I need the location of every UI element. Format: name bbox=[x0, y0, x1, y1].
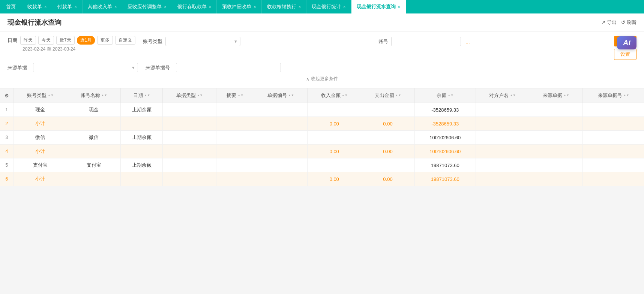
table-cell bbox=[67, 145, 121, 158]
table-row[interactable]: 6小计0.000.0019871073.60 bbox=[0, 172, 644, 186]
sort-icon[interactable]: ▲▼ bbox=[510, 94, 516, 97]
ai-badge[interactable]: Ai bbox=[617, 36, 636, 49]
table-cell bbox=[254, 117, 308, 131]
nav-item-label: 其他收入单 bbox=[88, 3, 112, 10]
th-balance: 余额 ▲▼ bbox=[414, 88, 476, 103]
sort-icon[interactable]: ▲▼ bbox=[447, 94, 453, 97]
table-row[interactable]: 3微信微信上期余额100102606.60 bbox=[0, 131, 644, 145]
nav-item-adjust[interactable]: 应收应付调整单 × bbox=[122, 0, 172, 13]
table-cell bbox=[308, 131, 361, 145]
table-cell: 0.00 bbox=[308, 145, 361, 158]
table-cell bbox=[216, 158, 254, 172]
table-header-row: ⚙ 账号类型 ▲▼ 账号名称 ▲▼ 日期 bbox=[0, 88, 644, 103]
table-cell bbox=[476, 117, 529, 131]
collapse-bar[interactable]: ∧ 收起更多条件 bbox=[8, 74, 636, 84]
dots-button[interactable]: ... bbox=[464, 39, 471, 45]
sort-icon[interactable]: ▲▼ bbox=[101, 94, 107, 97]
close-icon[interactable]: × bbox=[299, 4, 301, 9]
close-icon[interactable]: × bbox=[114, 4, 117, 9]
close-icon[interactable]: × bbox=[209, 4, 211, 9]
table-cell bbox=[254, 103, 308, 117]
nav-item-label: 预收冲应收单 bbox=[222, 3, 251, 10]
refresh-icon: ↺ bbox=[621, 19, 625, 25]
table-cell bbox=[583, 145, 644, 158]
account-input[interactable] bbox=[391, 37, 461, 46]
table-cell bbox=[121, 117, 163, 131]
table-cell bbox=[216, 103, 254, 117]
close-icon[interactable]: × bbox=[44, 4, 47, 9]
sort-icon[interactable]: ▲▼ bbox=[395, 94, 401, 97]
table-cell bbox=[254, 172, 308, 186]
nav-item-bank[interactable]: 银行存取款单 × bbox=[172, 0, 217, 13]
nav-item-label: 收款核销执行 bbox=[267, 3, 296, 10]
close-icon[interactable]: × bbox=[164, 4, 166, 9]
th-expense: 支出金额 ▲▼ bbox=[361, 88, 415, 103]
table-cell: 1 bbox=[0, 103, 14, 117]
nav-item-shoukuan[interactable]: 收款单 × bbox=[22, 0, 52, 13]
table-cell bbox=[67, 117, 121, 131]
table-cell bbox=[308, 158, 361, 172]
table-row[interactable]: 5支付宝支付宝上期余额19871073.60 bbox=[0, 158, 644, 172]
source-doc-select[interactable]: ▾ bbox=[33, 63, 138, 72]
th-counterpart: 对方户名 ▲▼ bbox=[476, 88, 529, 103]
table-cell bbox=[216, 145, 254, 158]
close-icon[interactable]: × bbox=[254, 4, 256, 9]
table-cell: 5 bbox=[0, 158, 14, 172]
table-cell bbox=[529, 117, 583, 131]
nav-item-other-income[interactable]: 其他收入单 × bbox=[83, 0, 122, 13]
date-btn-custom[interactable]: 自定义 bbox=[115, 36, 135, 45]
date-btn-7days[interactable]: 近7天 bbox=[56, 36, 75, 45]
export-button[interactable]: ↗ 导出 bbox=[601, 19, 617, 26]
sort-icon[interactable]: ▲▼ bbox=[48, 94, 54, 97]
sort-icon[interactable]: ▲▼ bbox=[237, 94, 243, 97]
table-cell bbox=[254, 131, 308, 145]
table-cell bbox=[476, 172, 529, 186]
nav-item-prepay[interactable]: 预收冲应收单 × bbox=[217, 0, 261, 13]
table-cell: 小计 bbox=[14, 145, 67, 158]
table-cell bbox=[529, 158, 583, 172]
sort-icon[interactable]: ▲▼ bbox=[288, 94, 294, 97]
table-cell: 19871073.60 bbox=[414, 172, 476, 186]
sort-icon[interactable]: ▲▼ bbox=[563, 94, 569, 97]
th-account-type: 账号类型 ▲▼ bbox=[14, 88, 67, 103]
table-cell: 3 bbox=[0, 131, 14, 145]
sort-icon[interactable]: ▲▼ bbox=[144, 94, 150, 97]
table-cell: 小计 bbox=[14, 117, 67, 131]
nav-item-fukuan[interactable]: 付款单 × bbox=[52, 0, 82, 13]
close-icon[interactable]: × bbox=[74, 4, 77, 9]
nav-item-stats[interactable]: 现金银行统计 × bbox=[306, 0, 351, 13]
date-options: 昨天 今天 近7天 近1月 更多 自定义 bbox=[20, 36, 135, 45]
nav-item-flow-query[interactable]: 现金银行流水查询 × bbox=[351, 0, 406, 13]
sort-icon[interactable]: ▲▼ bbox=[342, 94, 348, 97]
close-icon[interactable]: × bbox=[398, 4, 400, 9]
table-cell bbox=[529, 131, 583, 145]
account-type-label: 账号类型 bbox=[143, 38, 162, 45]
page-header: 现金银行流水查询 ↗ 导出 ↺ 刷新 bbox=[0, 13, 644, 31]
table-cell bbox=[254, 158, 308, 172]
table-row[interactable]: 2小计0.000.00-3528659.33 bbox=[0, 117, 644, 131]
account-type-select[interactable]: ▾ bbox=[165, 37, 240, 46]
refresh-button[interactable]: ↺ 刷新 bbox=[621, 19, 636, 26]
chevron-down-icon: ▾ bbox=[132, 65, 135, 70]
source-doc-no-input[interactable] bbox=[176, 63, 281, 72]
th-doc-no: 单据编号 ▲▼ bbox=[254, 88, 308, 103]
settings-button[interactable]: 设置 bbox=[614, 49, 636, 60]
table-cell: -3528659.33 bbox=[414, 103, 476, 117]
table-cell bbox=[163, 131, 216, 145]
gear-icon[interactable]: ⚙ bbox=[5, 93, 9, 98]
table-cell bbox=[163, 103, 216, 117]
date-btn-1month[interactable]: 近1月 bbox=[77, 36, 95, 45]
sort-icon[interactable]: ▲▼ bbox=[197, 94, 203, 97]
table-cell: 100102606.60 bbox=[414, 131, 476, 145]
table-row[interactable]: 1现金现金上期余额-3528659.33 bbox=[0, 103, 644, 117]
table-cell bbox=[163, 117, 216, 131]
table-row[interactable]: 4小计0.000.00100102606.60 bbox=[0, 145, 644, 158]
date-btn-today[interactable]: 今天 bbox=[38, 36, 54, 45]
nav-item-verify[interactable]: 收款核销执行 × bbox=[262, 0, 306, 13]
close-icon[interactable]: × bbox=[343, 4, 345, 9]
date-btn-more[interactable]: 更多 bbox=[97, 36, 113, 45]
sort-icon[interactable]: ▲▼ bbox=[623, 94, 629, 97]
table-cell bbox=[583, 131, 644, 145]
date-btn-yesterday[interactable]: 昨天 bbox=[20, 36, 36, 45]
nav-home[interactable]: 首页 bbox=[0, 3, 22, 10]
